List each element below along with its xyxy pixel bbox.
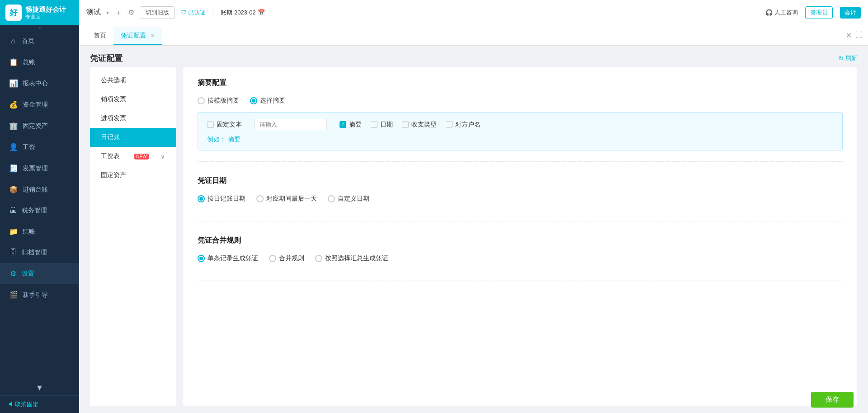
- topbar-gear-button[interactable]: ⚙: [128, 8, 134, 17]
- content-wrapper: 凭证配置 ↻ 刷新 公共选项 销项发票 进项发票: [79, 46, 868, 413]
- merge-radio-single[interactable]: 单条记录生成凭证: [198, 254, 258, 263]
- sidebar-label-ledger: 总账: [23, 58, 35, 66]
- left-nav-purchase-label: 进项发票: [101, 114, 126, 122]
- merge-title: 凭证合并规则: [198, 236, 843, 245]
- sidebar-item-home[interactable]: ⌂首页: [0, 31, 79, 52]
- radio-journal-label: 按日记账日期: [208, 195, 245, 203]
- radio-template-label: 按模版摘要: [208, 97, 239, 105]
- sidebar-item-payroll[interactable]: 👤工资: [0, 136, 79, 158]
- radio-merge-select-label: 按照选择汇总生成凭证: [325, 254, 388, 263]
- spacer: [198, 296, 843, 323]
- summary-radio-select[interactable]: 选择摘要: [250, 97, 285, 105]
- user-button[interactable]: 管理员: [805, 6, 833, 19]
- sidebar-item-tax[interactable]: 🏛税务管理: [0, 200, 79, 221]
- checkbox-abstract-indicator: [340, 121, 346, 128]
- service-icon: 🎧: [765, 9, 773, 16]
- sidebar-item-ledger[interactable]: 📋总账: [0, 52, 79, 73]
- sidebar-item-guide[interactable]: 🎬新手引导: [0, 284, 79, 305]
- customer-service-button[interactable]: 🎧 人工咨询: [765, 9, 798, 17]
- sidebar-item-settings[interactable]: ⚙设置: [0, 263, 79, 284]
- checkbox-counterpart-indicator: [446, 121, 453, 128]
- left-nav-public-label: 公共选项: [101, 76, 126, 84]
- sidebar-icon-trade: 📦: [9, 185, 18, 194]
- date-radio-custom[interactable]: 自定义日期: [328, 195, 369, 203]
- checkbox-abstract[interactable]: 摘要: [340, 121, 362, 129]
- sidebar-item-cashflow[interactable]: 💰资金管理: [0, 94, 79, 115]
- tab-voucher-config[interactable]: 凭证配置 ✕: [113, 27, 162, 45]
- merge-radio-select[interactable]: 按照选择汇总生成凭证: [315, 254, 388, 263]
- checkbox-date-indicator: [371, 121, 377, 128]
- refresh-button[interactable]: ↻ 刷新: [839, 54, 857, 62]
- window-controls: ✕ ⛶: [840, 25, 868, 45]
- checkbox-income-indicator: [402, 121, 409, 128]
- radio-custom-indicator: [328, 195, 335, 202]
- example-prefix: 例如：: [207, 136, 226, 143]
- sidebar-item-settlement[interactable]: 📁结账: [0, 221, 79, 242]
- save-bar: 保存: [79, 386, 868, 413]
- left-nav-payroll-label: 工资表: [101, 152, 120, 160]
- content-body: 公共选项 销项发票 进项发票 日记账 工资表 NEW ∨: [79, 67, 868, 413]
- date-radio-group: 按日记账日期 对应期间最后一天 自定义日期: [198, 195, 843, 203]
- sidebar-label-cashflow: 资金管理: [23, 101, 48, 109]
- left-nav-purchase-invoice[interactable]: 进项发票: [90, 109, 176, 128]
- save-button[interactable]: 保存: [811, 392, 854, 408]
- sidebar-icon-home: ⌂: [9, 37, 17, 45]
- tab-home[interactable]: 首页: [86, 27, 113, 45]
- summary-radio-template[interactable]: 按模版摘要: [198, 97, 239, 105]
- window-close-button[interactable]: ✕: [846, 31, 852, 40]
- sidebar-nav: ⌂首页📋总账📊报表中心💰资金管理🏢固定资产👤工资🧾发票管理📦进销台账🏛税务管理📁…: [0, 31, 79, 380]
- sidebar-item-invoice[interactable]: 🧾发票管理: [0, 158, 79, 179]
- period-display: 账期 2023-02 📅: [221, 9, 265, 17]
- merge-radio-rule[interactable]: 合并规则: [269, 254, 304, 263]
- cancel-pin-button[interactable]: ◀ 取消固定: [0, 395, 79, 413]
- page-header: 凭证配置 ↻ 刷新: [79, 46, 868, 67]
- sidebar-label-invoice: 发票管理: [23, 164, 48, 173]
- sidebar-item-trade[interactable]: 📦进销台账: [0, 179, 79, 200]
- period-calendar-icon[interactable]: 📅: [258, 9, 265, 16]
- service-label: 人工咨询: [774, 9, 798, 17]
- sidebar-icon-archive: 🗄: [9, 249, 17, 257]
- role-button[interactable]: 会计: [840, 7, 861, 19]
- sidebar-label-trade: 进销台账: [23, 186, 48, 194]
- switch-version-button[interactable]: 切到旧版: [140, 6, 175, 19]
- sidebar-icon-cashflow: 💰: [9, 100, 18, 109]
- left-nav-public[interactable]: 公共选项: [90, 71, 176, 90]
- left-nav-fixed-assets[interactable]: 固定资产: [90, 166, 176, 185]
- sidebar-icon-guide: 🎬: [9, 291, 18, 299]
- new-badge: NEW: [134, 154, 148, 160]
- checkbox-date[interactable]: 日期: [371, 121, 393, 129]
- right-panel: 摘要配置 按模版摘要 选择摘要: [183, 67, 857, 406]
- sidebar-icon-payroll: 👤: [9, 143, 18, 151]
- checkbox-counterpart[interactable]: 对方户名: [446, 121, 481, 129]
- date-title: 凭证日期: [198, 176, 843, 186]
- main-area: 测试 ▾ ＋ ⚙ 切到旧版 🛡 已认证 账期 2023-02 📅 🎧 人工咨询 …: [79, 0, 868, 413]
- checkbox-income-type[interactable]: 收支类型: [402, 121, 437, 129]
- radio-select-indicator: [250, 97, 257, 104]
- sidebar-item-reports[interactable]: 📊报表中心: [0, 73, 79, 94]
- sidebar-item-archive[interactable]: 🗄归档管理: [0, 242, 79, 263]
- refresh-label: 刷新: [845, 54, 857, 62]
- sidebar-icon-invoice: 🧾: [9, 164, 18, 173]
- tab-area: 首页 凭证配置 ✕ ✕ ⛶: [79, 25, 868, 46]
- radio-single-label: 单条记录生成凭证: [208, 254, 258, 263]
- sidebar-label-guide: 新手引导: [23, 291, 48, 299]
- date-radio-period-last[interactable]: 对应期间最后一天: [256, 195, 317, 203]
- sidebar-item-assets[interactable]: 🏢固定资产: [0, 115, 79, 136]
- left-nav-sales-invoice[interactable]: 销项发票: [90, 90, 176, 109]
- sidebar-label-tax: 税务管理: [22, 206, 47, 215]
- topbar-dropdown-icon[interactable]: ▾: [106, 9, 109, 16]
- topbar-add-button[interactable]: ＋: [114, 7, 123, 18]
- topbar-right: 🎧 人工咨询 管理员 会计: [765, 6, 861, 19]
- left-nav-payroll[interactable]: 工资表 NEW ∨: [90, 147, 176, 166]
- verified-badge: 🛡 已认证: [180, 9, 206, 17]
- refresh-icon: ↻: [839, 55, 844, 62]
- window-expand-button[interactable]: ⛶: [855, 31, 863, 39]
- fixed-text-input[interactable]: [255, 119, 327, 130]
- checkbox-fixed-text[interactable]: 固定文本: [207, 121, 242, 129]
- tab-close-icon[interactable]: ✕: [151, 33, 155, 39]
- sidebar-label-settlement: 结账: [23, 228, 35, 236]
- left-nav-journal[interactable]: 日记账: [90, 128, 176, 147]
- summary-radio-group: 按模版摘要 选择摘要: [198, 97, 843, 105]
- date-radio-journal[interactable]: 按日记账日期: [198, 195, 245, 203]
- period-label: 账期: [221, 9, 232, 17]
